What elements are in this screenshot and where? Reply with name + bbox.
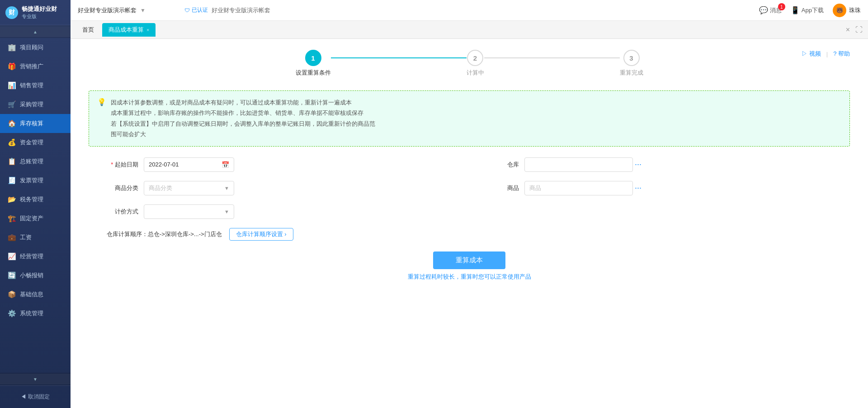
app-download-btn[interactable]: 📱 App下载 <box>791 6 824 14</box>
sidebar-item-operations[interactable]: 📈 经营管理 <box>0 247 71 266</box>
pricing-select[interactable]: ▼ <box>144 204 234 219</box>
sidebar-item-label: 总账管理 <box>20 157 43 166</box>
app-logo-icon: 财 <box>5 6 18 19</box>
start-date-input[interactable]: 2022-07-01 📅 <box>144 157 234 172</box>
goods-label: 商品 <box>487 184 519 192</box>
form-row-1: 起始日期 2022-07-01 📅 仓库 ··· <box>107 157 832 172</box>
warehouse-label: 仓库 <box>487 161 519 169</box>
account-name: 好业财专业版演示帐套 <box>78 6 137 14</box>
sidebar-item-label: 固定资产 <box>20 214 43 223</box>
goods-input[interactable]: 商品 <box>524 181 633 195</box>
sidebar-item-inventory[interactable]: 🏠 库存核算 <box>0 114 71 133</box>
sidebar-item-tax[interactable]: 📂 税务管理 <box>0 190 71 209</box>
expense-icon: 🔄 <box>7 271 16 280</box>
step-2: 2 计算中 <box>467 50 484 77</box>
tab-close-icon[interactable]: × <box>146 27 149 33</box>
tab-home[interactable]: 首页 <box>76 23 100 37</box>
sidebar-logo-text: 畅捷通好业财 专业版 <box>22 5 57 20</box>
close-window-icon[interactable]: × <box>846 26 850 34</box>
topbar-verified: 🛡 已认证 <box>184 6 208 14</box>
salary-icon: 💼 <box>7 233 16 242</box>
tab-home-label: 首页 <box>82 26 94 34</box>
sidebar-item-salary[interactable]: 💼 工资 <box>0 228 71 247</box>
sidebar-item-label: 项目顾问 <box>20 43 43 52</box>
sidebar-cancel-pin[interactable]: ◀ 取消固定 <box>0 389 71 404</box>
video-btn[interactable]: ▷ 视频 <box>802 50 821 58</box>
sidebar-item-finance[interactable]: 💰 资金管理 <box>0 133 71 152</box>
tabbar: 首页 商品成本重算 × × ⛶ <box>71 21 868 39</box>
recalc-button[interactable]: 重算成本 <box>433 251 505 269</box>
sidebar-nav: 🏢 项目顾问 🎁 营销推广 📊 销售管理 🛒 采购管理 🏠 库存核算 💰 资金管… <box>0 38 71 373</box>
sidebar-item-label: 库存核算 <box>20 119 43 128</box>
sidebar-item-label: 工资 <box>20 233 32 242</box>
sidebar-bottom: ◀ 取消固定 <box>0 385 71 408</box>
topbar-user[interactable]: 🐻 珠珠 <box>833 4 861 17</box>
warehouse-input[interactable] <box>524 157 633 172</box>
expand-window-icon[interactable]: ⛶ <box>855 26 863 34</box>
goods-dots-btn[interactable]: ··· <box>633 183 643 193</box>
warehouse-dots-btn[interactable]: ··· <box>633 160 643 169</box>
recalc-note: 重算过程耗时较长，重算时您可以正常使用产品 <box>89 273 850 281</box>
tab-recalc[interactable]: 商品成本重算 × <box>102 23 156 37</box>
topbar-company: 好业财专业版演示帐套 <box>212 6 270 14</box>
sidebar-item-accounting[interactable]: 📋 总账管理 <box>0 152 71 171</box>
sidebar-item-marketing[interactable]: 🎁 营销推广 <box>0 57 71 76</box>
start-date-field: 起始日期 2022-07-01 📅 <box>107 157 451 172</box>
sidebar-item-label: 基础信息 <box>20 290 43 299</box>
sidebar-item-expense[interactable]: 🔄 小畅报销 <box>0 266 71 285</box>
tax-icon: 📂 <box>7 195 16 204</box>
step-2-label: 计算中 <box>467 69 484 77</box>
step-1-label: 设置重算条件 <box>296 69 331 77</box>
sidebar-item-label: 小畅报销 <box>20 271 43 280</box>
goods-placeholder: 商品 <box>529 184 628 192</box>
sales-icon: 📊 <box>7 81 16 90</box>
category-label: 商品分类 <box>107 184 138 192</box>
step-2-circle: 2 <box>467 50 483 66</box>
finance-icon: 💰 <box>7 138 16 147</box>
topbar-account[interactable]: 好业财专业版演示帐套 ▼ <box>78 6 177 14</box>
warehouse-order-btn[interactable]: 仓库计算顺序设置 › <box>229 228 293 241</box>
category-arrow-icon: ▼ <box>224 185 229 191</box>
sidebar-item-invoice[interactable]: 🧾 发票管理 <box>0 171 71 190</box>
step-line-2 <box>484 57 620 58</box>
sidebar-item-assets[interactable]: 🏗️ 固定资产 <box>0 209 71 228</box>
pricing-field: 计价方式 ▼ <box>107 204 832 219</box>
sidebar-item-purchase[interactable]: 🛒 采购管理 <box>0 95 71 114</box>
sidebar-item-basic[interactable]: 📦 基础信息 <box>0 285 71 304</box>
project-icon: 🏢 <box>7 43 16 52</box>
app-download-label: App下载 <box>802 6 824 14</box>
system-icon: ⚙️ <box>7 309 16 318</box>
steps-container: 1 设置重算条件 2 计算中 3 重算完成 ▷ 视频 <box>89 50 850 77</box>
sidebar-logo: 财 畅捷通好业财 专业版 <box>0 0 71 25</box>
accounting-icon: 📋 <box>7 157 16 166</box>
warehouse-field: 仓库 ··· <box>451 157 832 172</box>
topbar: 好业财专业版演示帐套 ▼ 🛡 已认证 好业财专业版演示帐套 💬 消息 1 📱 A… <box>71 0 868 21</box>
form-area: 起始日期 2022-07-01 📅 仓库 ··· 商品分类 <box>89 157 850 241</box>
sidebar-item-system[interactable]: ⚙️ 系统管理 <box>0 304 71 323</box>
category-field: 商品分类 商品分类 ▼ <box>107 181 451 195</box>
message-btn[interactable]: 💬 消息 1 <box>759 6 782 14</box>
step-3-label: 重算完成 <box>620 69 643 77</box>
warehouse-order-row: 仓库计算顺序： 总仓->深圳仓库->...->门店仓 仓库计算顺序设置 › <box>107 228 832 241</box>
sidebar-scroll-up[interactable]: ▲ <box>0 26 71 37</box>
user-name: 珠珠 <box>849 6 861 14</box>
assets-icon: 🏗️ <box>7 214 16 223</box>
warehouse-order-label: 仓库计算顺序： <box>107 230 148 238</box>
invoice-icon: 🧾 <box>7 176 16 185</box>
account-dropdown-icon[interactable]: ▼ <box>140 7 146 14</box>
phone-icon: 📱 <box>791 6 800 14</box>
start-date-value: 2022-07-01 <box>149 161 220 168</box>
sidebar-item-project[interactable]: 🏢 项目顾问 <box>0 38 71 57</box>
video-icon: ▷ <box>802 50 807 57</box>
notice-box: 💡 因成本计算参数调整，或是对商品成本有疑问时，可以通过成本重算功能，重新计算一… <box>89 90 850 147</box>
sidebar-scroll-down[interactable]: ▼ <box>0 374 71 384</box>
category-select[interactable]: 商品分类 ▼ <box>144 181 234 195</box>
step-line-1 <box>331 57 467 58</box>
purchase-icon: 🛒 <box>7 100 16 109</box>
sidebar-item-sales[interactable]: 📊 销售管理 <box>0 76 71 95</box>
step-3-circle: 3 <box>623 50 640 66</box>
calendar-icon[interactable]: 📅 <box>222 161 229 168</box>
help-btn[interactable]: ? 帮助 <box>833 50 850 58</box>
message-icon: 💬 <box>759 6 768 14</box>
category-placeholder: 商品分类 <box>149 184 224 192</box>
